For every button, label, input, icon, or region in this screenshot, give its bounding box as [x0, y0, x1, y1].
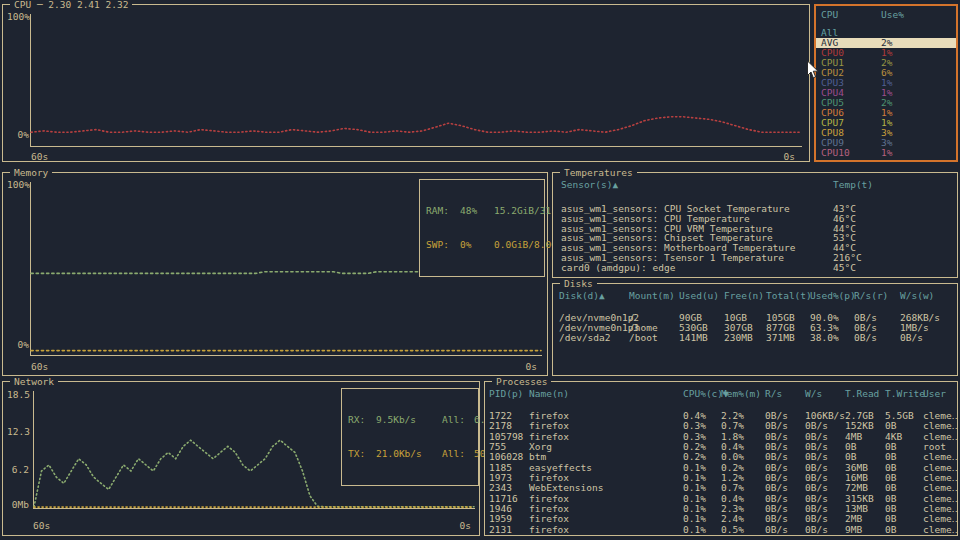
- process-name: firefox: [529, 525, 683, 535]
- network-panel[interactable]: Network 18.5 12.3 6.2 0Mb 60s 0s RX: 9.5…: [2, 381, 480, 536]
- memory-x-right-label: 0s: [526, 361, 537, 372]
- swap-legend-line: SWP: 0% 0.0GiB/8.0GiB: [426, 239, 538, 251]
- disk-used: 141MB: [679, 333, 724, 343]
- network-x-left-label: 60s: [33, 520, 50, 531]
- sensor-name: card0 (amdgpu): edge: [561, 263, 833, 273]
- process-name: firefox: [529, 432, 683, 442]
- cpu-legend-col-cpu: CPU: [821, 10, 881, 20]
- cpu-core-label: CPU10: [821, 148, 881, 158]
- cpu-x-left-label: 60s: [31, 151, 48, 162]
- memory-panel[interactable]: Memory 100% 0% 60s 0s RAM: 48% 15.2GiB/3…: [2, 172, 548, 376]
- process-read-rate: 0B/s: [765, 525, 805, 535]
- disk-mount: /boot: [629, 333, 679, 343]
- disk-row[interactable]: /dev/sda2 /boot 141MB 230MB 371MB 38.0% …: [553, 333, 957, 343]
- disk-col-disk[interactable]: Disk(d)▲: [559, 291, 629, 301]
- network-y-label-3: 6.2: [7, 464, 29, 475]
- cpu-panel-title: CPU ─ 2.30 2.41 2.32: [10, 0, 132, 10]
- processes-panel[interactable]: Processes PID(p) Name(n) CPU%(c)▼ Mem%(m…: [484, 381, 958, 536]
- cpu-usage-chart: [31, 17, 801, 145]
- proc-col-name[interactable]: Name(n): [529, 389, 683, 399]
- memory-x-left-label: 60s: [31, 361, 48, 372]
- temperatures-panel-title: Temperatures: [560, 167, 637, 178]
- temp-column-header[interactable]: Temp(t): [833, 180, 949, 190]
- disk-free: 230MB: [724, 333, 766, 343]
- disk-col-mount[interactable]: Mount(m): [629, 291, 679, 301]
- process-user: cleme‥: [923, 525, 958, 535]
- cpu-core-usage: 1%: [881, 148, 951, 158]
- process-write-rate: 0B/s: [805, 525, 845, 535]
- cpu-legend-row[interactable]: CPU10 1%: [816, 148, 956, 158]
- temperatures-header[interactable]: Sensor(s)▲ Temp(t): [553, 180, 957, 190]
- memory-y-min-label: 0%: [7, 339, 29, 350]
- disk-device: /dev/sda2: [559, 333, 629, 343]
- cpu-legend-panel[interactable]: CPU Use% All AVG 2% CPU0 1%: [814, 4, 958, 162]
- rx-legend-line: RX: 9.5Kb/s All: 6.8GB: [348, 414, 472, 426]
- disks-panel-title: Disks: [560, 278, 597, 289]
- disk-row[interactable]: /dev/nvme0n1p3 /home 530GB 307GB 877GB 6…: [553, 323, 957, 333]
- memory-y-max-label: 100%: [7, 179, 29, 190]
- proc-col-tread[interactable]: T.Read: [845, 389, 885, 399]
- disk-col-used[interactable]: Used(u): [679, 291, 724, 301]
- process-total-write: 0B: [885, 525, 923, 535]
- proc-col-ws[interactable]: W/s: [805, 389, 845, 399]
- ram-percent: 48%: [460, 205, 494, 217]
- tx-legend-line: TX: 21.0Kb/s All: 505.6MB: [348, 448, 472, 460]
- network-panel-title: Network: [10, 376, 58, 387]
- disks-panel[interactable]: Disks Disk(d)▲ Mount(m) Used(u) Free(n) …: [552, 283, 958, 376]
- process-rows: 1722 firefox 0.4% 2.2% 0B/s 106KB/s 2.7G…: [485, 411, 957, 535]
- tx-rate: 21.0Kb/s: [376, 448, 442, 460]
- rx-rate: 9.5Kb/s: [376, 414, 442, 426]
- swap-label: SWP:: [426, 239, 460, 251]
- cpu-x-right-label: 0s: [784, 151, 795, 162]
- disk-col-total[interactable]: Total(t): [766, 291, 810, 301]
- sensor-column-header[interactable]: Sensor(s)▲: [561, 180, 833, 190]
- cpu-legend-header[interactable]: CPU Use%: [816, 10, 956, 20]
- cpu-graph-panel[interactable]: CPU ─ 2.30 2.41 2.32 100% 0% 60s 0s: [2, 4, 810, 162]
- disk-col-free[interactable]: Free(n): [724, 291, 766, 301]
- network-legend-box: RX: 9.5Kb/s All: 6.8GB TX: 21.0Kb/s All:…: [341, 388, 479, 486]
- proc-col-cpu[interactable]: CPU%(c)▼: [683, 389, 721, 399]
- network-x-right-label: 0s: [460, 520, 471, 531]
- process-row[interactable]: 2131 firefox 0.1% 0.5% 0B/s 0B/s 9MB 0B …: [485, 525, 957, 535]
- mouse-cursor-icon: [806, 60, 819, 79]
- disk-col-ws[interactable]: W/s(w): [900, 291, 951, 301]
- disk-rows: /dev/nvme0n1p2 / 90GB 10GB 105GB 90.0% 0…: [553, 313, 957, 343]
- processes-panel-title: Processes: [492, 376, 551, 387]
- disk-col-usedpct[interactable]: Used%(p): [810, 291, 854, 301]
- processes-header[interactable]: PID(p) Name(n) CPU%(c)▼ Mem%(m) R/s W/s …: [485, 389, 957, 399]
- network-y-label-2: 12.3: [7, 426, 29, 437]
- memory-legend-box: RAM: 48% 15.2GiB/31.3GiB SWP: 0% 0.0GiB/…: [419, 179, 545, 277]
- memory-panel-title: Memory: [10, 167, 52, 178]
- network-y-label-1: 18.5: [7, 389, 29, 400]
- cpu-y-min-label: 0%: [7, 129, 29, 140]
- network-y-label-4: 0Mb: [7, 499, 29, 510]
- network-x-axis: [33, 508, 475, 509]
- process-pid: 2131: [489, 525, 529, 535]
- cpu-x-axis: [30, 146, 802, 147]
- process-total-read: 9MB: [845, 525, 885, 535]
- disk-total: 371MB: [766, 333, 810, 343]
- ram-legend-line: RAM: 48% 15.2GiB/31.3GiB: [426, 205, 538, 217]
- tx-all-label: All:: [442, 448, 474, 460]
- disk-col-rs[interactable]: R/s(r): [854, 291, 900, 301]
- proc-col-twrite[interactable]: T.Write: [885, 389, 923, 399]
- memory-x-axis: [30, 355, 542, 356]
- temperatures-panel[interactable]: Temperatures Sensor(s)▲ Temp(t) asus_wm1…: [552, 172, 958, 278]
- cpu-legend-rows: All AVG 2% CPU0 1% CPU1 2%: [816, 28, 956, 158]
- proc-col-pid[interactable]: PID(p): [489, 389, 529, 399]
- rx-all-label: All:: [442, 414, 474, 426]
- proc-col-user[interactable]: User: [923, 389, 953, 399]
- temperature-rows: asus_wm1_sensors: CPU Socket Temperature…: [553, 204, 957, 273]
- disks-header[interactable]: Disk(d)▲ Mount(m) Used(u) Free(n) Total(…: [553, 291, 957, 301]
- cpu-legend-col-use: Use%: [881, 10, 951, 20]
- process-cpu: 0.1%: [683, 525, 721, 535]
- swap-percent: 0%: [460, 239, 494, 251]
- proc-col-rs[interactable]: R/s: [765, 389, 805, 399]
- temperature-row[interactable]: card0 (amdgpu): edge 45°C: [553, 263, 957, 273]
- tx-label: TX:: [348, 448, 376, 460]
- proc-col-mem[interactable]: Mem%(m): [721, 389, 765, 399]
- cpu-y-max-label: 100%: [7, 11, 29, 22]
- sensor-temp: 45°C: [833, 263, 949, 273]
- disk-write-rate: 0B/s: [900, 333, 951, 343]
- process-name: Xorg: [529, 442, 683, 452]
